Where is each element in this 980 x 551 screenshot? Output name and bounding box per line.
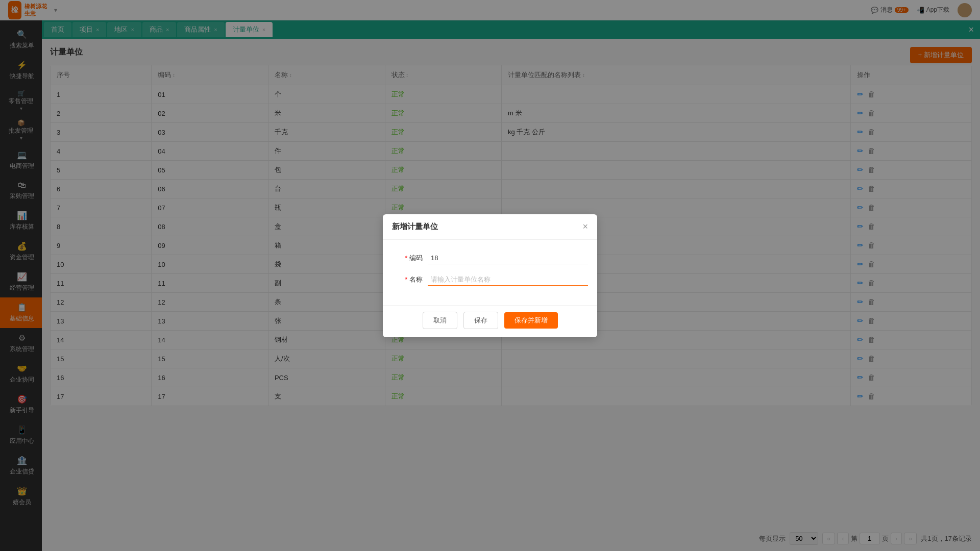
code-label: 编码 [392,254,428,263]
modal-overlay: 新增计量单位 × 编码 名称 取消 保存 保存并新增 [0,0,980,551]
name-label: 名称 [392,275,428,284]
modal-footer: 取消 保存 保存并新增 [383,305,597,337]
save-and-new-btn[interactable]: 保存并新增 [504,312,558,329]
form-row-name: 名称 [392,273,588,286]
save-btn[interactable]: 保存 [463,312,498,329]
name-input[interactable] [428,273,588,286]
modal-close-btn[interactable]: × [582,221,588,232]
cancel-btn[interactable]: 取消 [423,312,457,329]
form-row-code: 编码 [392,252,588,264]
modal-body: 编码 名称 [383,240,597,305]
add-unit-modal: 新增计量单位 × 编码 名称 取消 保存 保存并新增 [383,214,597,337]
modal-title: 新增计量单位 [392,222,438,232]
modal-header: 新增计量单位 × [383,214,597,240]
code-input[interactable] [428,252,588,264]
